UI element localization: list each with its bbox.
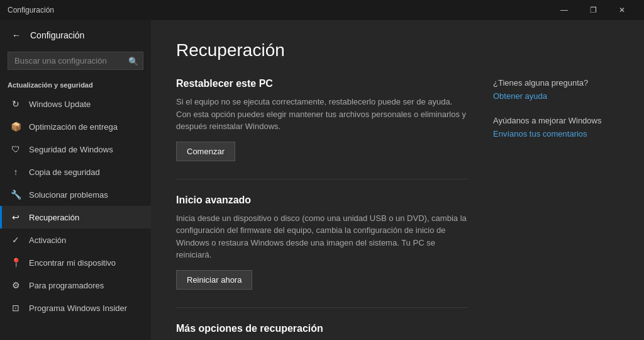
sidebar-item-label: Seguridad de Windows [29,145,113,154]
sidebar-app-title: Configuración [30,30,84,40]
activacion-icon: ✓ [10,234,21,246]
enviar-comentarios-link[interactable]: Envíanos tus comentarios [493,129,619,139]
sidebar-section-title: Actualización y seguridad [0,76,151,93]
section-inicio-avanzado: Inicio avanzado Inicia desde un disposit… [176,195,468,290]
sidebar-item-optimizacion[interactable]: 📦 Optimización de entrega [0,115,151,138]
programadores-icon: ⚙ [10,280,21,291]
sidebar-item-label: Activación [29,235,66,245]
sidebar-top: ← Configuración [0,20,151,48]
section-inicio-avanzado-desc: Inicia desde un dispositivo o disco (com… [176,212,468,261]
main-content: Recuperación Restablecer este PC Si el e… [151,20,644,340]
content-right: ¿Tienes alguna pregunta? Obtener ayuda A… [493,40,619,327]
sidebar-item-programadores[interactable]: ⚙ Para programadores [0,274,151,297]
sidebar-item-seguridad[interactable]: 🛡 Seguridad de Windows [0,138,151,161]
back-button[interactable]: ← [8,26,25,44]
seguridad-icon: 🛡 [10,144,21,155]
sidebar-item-activacion[interactable]: ✓ Activación [0,229,151,251]
section-restablecer: Restablecer este PC Si el equipo no se e… [176,78,468,161]
titlebar-title: Configuración [8,6,550,14]
sidebar-item-solucionar[interactable]: 🔧 Solucionar problemas [0,183,151,206]
help-question-section: ¿Tienes alguna pregunta? Obtener ayuda [493,78,619,101]
sidebar-item-label: Optimización de entrega [29,122,118,132]
section-mas-opciones-title: Más opciones de recuperación [176,323,468,334]
sidebar-item-label: Para programadores [29,281,104,290]
solucionar-icon: 🔧 [10,189,21,200]
windows-update-icon: ↻ [10,98,21,110]
sidebar-item-label: Solucionar problemas [29,190,108,200]
copia-icon: ↑ [10,166,21,178]
recuperacion-icon: ↩ [10,212,21,223]
section-restablecer-title: Restablecer este PC [176,78,468,89]
sidebar-item-encontrar[interactable]: 📍 Encontrar mi dispositivo [0,251,151,274]
sidebar: ← Configuración 🔍 Actualización y seguri… [0,20,151,340]
search-input[interactable] [8,52,143,70]
app-layout: ← Configuración 🔍 Actualización y seguri… [0,20,644,340]
sidebar-item-label: Windows Update [29,99,91,109]
comenzar-button[interactable]: Comenzar [176,142,235,161]
section-inicio-avanzado-title: Inicio avanzado [176,195,468,206]
sidebar-item-copia[interactable]: ↑ Copia de seguridad [0,161,151,183]
sidebar-item-label: Recuperación [29,213,79,222]
sidebar-item-label: Programa Windows Insider [29,303,127,313]
help-question-title: ¿Tienes alguna pregunta? [493,78,619,88]
help-feedback-title: Ayúdanos a mejorar Windows [493,116,619,125]
search-icon: 🔍 [128,56,138,65]
content-left: Recuperación Restablecer este PC Si el e… [176,40,468,327]
encontrar-icon: 📍 [10,257,21,268]
optimizacion-icon: 📦 [10,121,21,132]
restore-button[interactable]: ❐ [579,0,608,20]
insider-icon: ⊡ [10,302,21,314]
divider-2 [176,307,468,308]
minimize-button[interactable]: — [550,0,579,20]
section-mas-opciones: Más opciones de recuperación Más informa… [176,323,468,341]
sidebar-item-label: Encontrar mi dispositivo [29,258,116,268]
titlebar: Configuración — ❐ ✕ [0,0,644,20]
section-restablecer-desc: Si el equipo no se ejecuta correctamente… [176,96,468,133]
sidebar-item-label: Copia de seguridad [29,167,100,177]
sidebar-item-windows-update[interactable]: ↻ Windows Update [0,93,151,115]
titlebar-controls: — ❐ ✕ [550,0,636,20]
page-title: Recuperación [176,40,468,60]
search-box: 🔍 [8,52,143,70]
reiniciar-ahora-button[interactable]: Reiniciar ahora [176,270,252,290]
help-feedback-section: Ayúdanos a mejorar Windows Envíanos tus … [493,116,619,139]
sidebar-item-insider[interactable]: ⊡ Programa Windows Insider [0,297,151,319]
obtener-ayuda-link[interactable]: Obtener ayuda [493,91,619,101]
close-button[interactable]: ✕ [608,0,636,20]
sidebar-item-recuperacion[interactable]: ↩ Recuperación [0,206,151,229]
divider-1 [176,179,468,179]
